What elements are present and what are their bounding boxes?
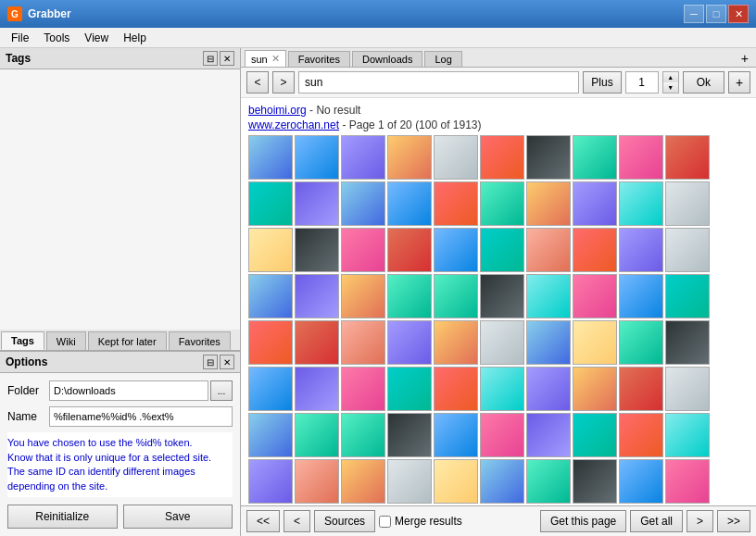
thumbnail-60[interactable]	[248, 413, 293, 457]
page-down-button[interactable]: ▼	[663, 82, 678, 93]
menu-file[interactable]: File	[4, 30, 36, 46]
thumbnail-78[interactable]	[619, 459, 663, 504]
thumbnail-73[interactable]	[387, 459, 432, 504]
search-input[interactable]	[298, 71, 579, 93]
thumbnail-68[interactable]	[619, 413, 663, 457]
thumbnail-32[interactable]	[341, 274, 385, 318]
thumbnail-36[interactable]	[526, 274, 571, 318]
reinitialize-button[interactable]: Reinitialize	[7, 505, 118, 529]
thumbnail-6[interactable]	[526, 135, 571, 180]
folder-input[interactable]	[49, 380, 208, 401]
thumbnail-72[interactable]	[341, 459, 385, 504]
thumbnail-42[interactable]	[341, 320, 385, 365]
thumbnail-65[interactable]	[480, 413, 524, 457]
thumbnail-59[interactable]	[665, 367, 710, 411]
thumbnail-39[interactable]	[665, 274, 710, 318]
thumbnail-35[interactable]	[480, 274, 524, 318]
thumbnail-47[interactable]	[573, 320, 617, 365]
thumbnail-56[interactable]	[526, 367, 571, 411]
thumbnail-69[interactable]	[665, 413, 710, 457]
options-close-button[interactable]: ✕	[220, 355, 234, 369]
nav-next-button[interactable]: >	[272, 71, 295, 93]
source1-link[interactable]: behoimi.org	[248, 104, 307, 117]
thumbnail-30[interactable]	[248, 274, 293, 318]
options-detach-button[interactable]: ⊟	[203, 355, 218, 369]
thumbnail-34[interactable]	[434, 274, 478, 318]
results-area[interactable]: behoimi.org - No result www.zerochan.net…	[241, 98, 756, 505]
thumbnail-14[interactable]	[434, 181, 478, 226]
folder-browse-button[interactable]: ...	[210, 380, 233, 401]
thumbnail-25[interactable]	[480, 228, 524, 272]
menu-tools[interactable]: Tools	[36, 30, 77, 46]
thumbnail-71[interactable]	[295, 459, 339, 504]
thumbnail-54[interactable]	[434, 367, 478, 411]
thumbnail-61[interactable]	[295, 413, 339, 457]
thumbnail-2[interactable]	[341, 135, 385, 180]
maximize-button[interactable]: □	[706, 5, 726, 23]
thumbnail-4[interactable]	[434, 135, 478, 180]
thumbnail-40[interactable]	[248, 320, 293, 365]
thumbnail-64[interactable]	[434, 413, 478, 457]
page-up-button[interactable]: ▲	[663, 72, 678, 82]
thumbnail-70[interactable]	[248, 459, 293, 504]
thumbnail-26[interactable]	[526, 228, 571, 272]
thumbnail-22[interactable]	[341, 228, 385, 272]
tags-detach-button[interactable]: ⊟	[203, 51, 218, 66]
search-tab-close[interactable]: ✕	[271, 53, 280, 65]
add-source-button[interactable]: +	[728, 71, 750, 93]
thumbnail-58[interactable]	[619, 367, 663, 411]
thumbnail-76[interactable]	[526, 459, 571, 504]
thumbnail-67[interactable]	[573, 413, 617, 457]
thumbnail-45[interactable]	[480, 320, 524, 365]
tab-favorites[interactable]: Favorites	[169, 331, 231, 350]
add-tab-button[interactable]: +	[737, 51, 752, 66]
close-button[interactable]: ✕	[728, 5, 749, 23]
tab-kept-for-later[interactable]: Kept for later	[88, 331, 167, 350]
tab-downloads[interactable]: Downloads	[352, 51, 422, 67]
thumbnail-1[interactable]	[295, 135, 339, 180]
name-input[interactable]	[49, 406, 233, 427]
thumbnail-31[interactable]	[295, 274, 339, 318]
thumbnail-74[interactable]	[434, 459, 478, 504]
thumbnail-8[interactable]	[619, 135, 663, 180]
thumbnail-7[interactable]	[573, 135, 617, 180]
thumbnail-23[interactable]	[387, 228, 432, 272]
thumbnail-20[interactable]	[248, 228, 293, 272]
thumbnail-55[interactable]	[480, 367, 524, 411]
thumbnail-62[interactable]	[341, 413, 385, 457]
tab-favorites[interactable]: Favorites	[288, 51, 350, 67]
thumbnail-66[interactable]	[526, 413, 571, 457]
nav-prev-button[interactable]: <	[246, 71, 269, 93]
thumbnail-5[interactable]	[480, 135, 524, 180]
thumbnail-27[interactable]	[573, 228, 617, 272]
menu-view[interactable]: View	[77, 30, 116, 46]
tab-wiki[interactable]: Wiki	[46, 331, 86, 350]
save-button[interactable]: Save	[123, 505, 233, 529]
get-page-button[interactable]: Get this page	[540, 510, 626, 532]
tags-close-button[interactable]: ✕	[220, 51, 234, 66]
thumbnail-46[interactable]	[526, 320, 571, 365]
thumbnail-21[interactable]	[295, 228, 339, 272]
thumbnail-9[interactable]	[665, 135, 710, 180]
thumbnail-38[interactable]	[619, 274, 663, 318]
thumbnail-17[interactable]	[573, 181, 617, 226]
last-page-button[interactable]: >>	[717, 510, 750, 532]
first-page-button[interactable]: <<	[246, 510, 280, 532]
thumbnail-50[interactable]	[248, 367, 293, 411]
thumbnail-44[interactable]	[434, 320, 478, 365]
thumbnail-10[interactable]	[248, 181, 293, 226]
ok-button[interactable]: Ok	[683, 71, 724, 93]
thumbnail-13[interactable]	[387, 181, 432, 226]
thumbnail-37[interactable]	[573, 274, 617, 318]
minimize-button[interactable]: ─	[684, 5, 704, 23]
thumbnail-3[interactable]	[387, 135, 432, 180]
thumbnail-15[interactable]	[480, 181, 524, 226]
menu-help[interactable]: Help	[116, 30, 154, 46]
thumbnail-11[interactable]	[295, 181, 339, 226]
thumbnail-53[interactable]	[387, 367, 432, 411]
tab-log[interactable]: Log	[424, 51, 461, 67]
thumbnail-52[interactable]	[341, 367, 385, 411]
tab-tags[interactable]: Tags	[1, 331, 44, 350]
plus-button[interactable]: Plus	[583, 71, 621, 93]
thumbnail-29[interactable]	[665, 228, 710, 272]
